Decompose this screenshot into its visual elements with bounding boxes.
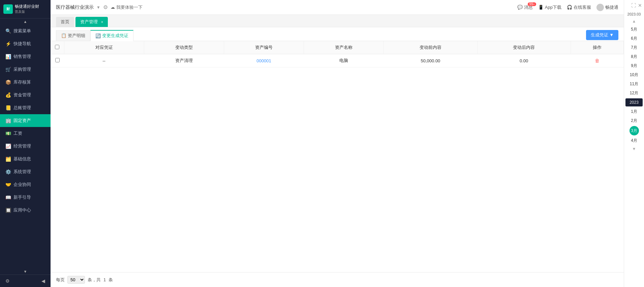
tab-asset-mgmt[interactable]: 资产管理 ×	[75, 17, 108, 27]
sidebar-item-system[interactable]: ⚙️ 系统管理	[0, 165, 51, 178]
main-area: 医疗器械行业演示 ▼ ⚙ ☁ 我要体验一下 💬 消息 99+ 📱 App下载 🎧…	[51, 0, 624, 287]
tab-home[interactable]: 首页	[56, 17, 74, 27]
quicknav-icon: ⚡	[5, 41, 11, 46]
sidebar-item-sales-label: 销售管理	[13, 54, 31, 60]
row-asset-code: 000001	[224, 54, 304, 67]
month-3-active[interactable]: 3月	[630, 126, 639, 135]
messages-button[interactable]: 💬 消息 99+	[517, 4, 533, 10]
messages-icon: 💬	[517, 5, 523, 10]
table-header-asset-name: 资产名称	[304, 41, 384, 54]
month-5[interactable]: 5月	[624, 25, 644, 34]
table-header-voucher: 对应凭证	[64, 41, 144, 54]
row-voucher: --	[64, 54, 144, 67]
sidebar-item-fixed-assets[interactable]: 🏢 固定资产	[0, 114, 51, 127]
sidebar-item-operations-label: 经营管理	[13, 143, 31, 149]
month-9[interactable]: 9月	[624, 61, 644, 70]
sidebar-item-capital[interactable]: 💰 资金管理	[0, 89, 51, 101]
user-button[interactable]: 畅捷通	[596, 4, 618, 11]
sidebar-item-purchase[interactable]: 🛒 采购管理	[0, 63, 51, 76]
sidebar-item-inventory-label: 库存核算	[13, 79, 31, 85]
guide-icon: 📖	[5, 195, 11, 200]
sub-tab-asset-detail[interactable]: 📋 资产明细	[56, 30, 90, 41]
sidebar-item-app-center[interactable]: 🔲 应用中心	[0, 204, 51, 217]
logo-sub: 普及版	[15, 9, 39, 14]
capital-icon: 💰	[5, 92, 11, 98]
app-download-icon: 📱	[538, 5, 544, 10]
panel-nav-down[interactable]: ▼	[624, 145, 644, 153]
sidebar-item-operations[interactable]: 📈 经营管理	[0, 140, 51, 153]
sidebar-item-ledger[interactable]: 📒 总账管理	[0, 101, 51, 114]
tab-asset-mgmt-label: 资产管理	[80, 19, 98, 24]
sidebar-item-enterprise[interactable]: 🤝 企业协同	[0, 178, 51, 191]
footer-total: 1	[103, 277, 106, 282]
month-11[interactable]: 11月	[624, 79, 644, 89]
right-panel-expand-icon[interactable]: ⛶	[631, 3, 636, 8]
tab-asset-mgmt-close[interactable]: ×	[101, 20, 103, 24]
header-settings-icon[interactable]: ⚙	[103, 4, 108, 10]
header-right: 💬 消息 99+ 📱 App下载 🎧 在线客服 畅捷通	[517, 4, 618, 11]
support-icon: 🎧	[567, 5, 572, 10]
logo-name: 畅捷通好业财	[15, 4, 39, 9]
logo-text-block: 畅捷通好业财 普及版	[15, 4, 39, 14]
sidebar-item-guide[interactable]: 📖 新手引导	[0, 191, 51, 204]
header-dropdown-icon[interactable]: ▼	[96, 5, 100, 10]
header-title: 医疗器械行业演示	[56, 4, 94, 10]
month-2[interactable]: 2月	[624, 116, 644, 125]
sidebar-item-search[interactable]: 🔍 搜索菜单	[0, 25, 51, 37]
table-header-row: 对应凭证 变动类型 资产编号 资产名称 变动前内容 变动后内容 操作	[51, 41, 624, 54]
generate-voucher-button[interactable]: 生成凭证 ▼	[586, 30, 618, 40]
logo-icon: 财	[3, 4, 13, 14]
right-panel: ⛶ ✕ 2023.03 ▲ 5月 6月 7月 8月 9月 10月 11月 12月…	[624, 0, 644, 287]
sidebar-item-salary[interactable]: 💵 工资	[0, 127, 51, 140]
inventory-icon: 📦	[5, 79, 11, 85]
asset-detail-icon: 📋	[61, 33, 66, 38]
sidebar-settings-icon[interactable]: ⚙	[5, 278, 10, 284]
sidebar-item-fixed-assets-label: 固定资产	[13, 118, 31, 124]
month-1[interactable]: 1月	[624, 107, 644, 116]
basic-info-icon: 🗂️	[5, 156, 11, 162]
tab-home-label: 首页	[61, 19, 69, 24]
panel-nav-up[interactable]: ▲	[624, 18, 644, 25]
app-download-button[interactable]: 📱 App下载	[538, 4, 561, 10]
month-4[interactable]: 4月	[624, 136, 644, 145]
month-7[interactable]: 7月	[624, 43, 644, 52]
sidebar-item-purchase-label: 采购管理	[13, 66, 31, 72]
row-change-type: 资产清理	[144, 54, 224, 67]
row-after-change: 0.00	[477, 54, 571, 67]
experience-button[interactable]: ☁ 我要体验一下	[111, 4, 143, 10]
content-area: 📋 资产明细 🔄 变更生成凭证 生成凭证 ▼ 对应凭证 变动类型	[51, 27, 624, 287]
month-6[interactable]: 6月	[624, 34, 644, 43]
per-page-select[interactable]: 50 10 20 100	[67, 276, 85, 284]
month-8[interactable]: 8月	[624, 52, 644, 61]
sidebar-item-guide-label: 新手引导	[13, 194, 31, 200]
table-header-change-type: 变动类型	[144, 41, 224, 54]
right-panel-header: ⛶ ✕	[624, 0, 644, 11]
sidebar-item-search-label: 搜索菜单	[13, 28, 31, 34]
operations-icon: 📈	[5, 144, 11, 149]
sub-tab-change-voucher[interactable]: 🔄 变更生成凭证	[90, 30, 133, 41]
sidebar-item-basic-info[interactable]: 🗂️ 基础信息	[0, 153, 51, 165]
fixed-assets-icon: 🏢	[5, 118, 11, 123]
row-checkbox[interactable]	[55, 58, 60, 62]
sidebar-collapse-icon[interactable]: ◀	[41, 278, 45, 284]
delete-row-button[interactable]: 🗑	[595, 58, 600, 63]
sidebar-scroll-down[interactable]: ▼	[0, 268, 51, 275]
month-10[interactable]: 10月	[624, 70, 644, 79]
sidebar-item-quick-nav[interactable]: ⚡ 快捷导航	[0, 37, 51, 50]
app-download-label: App下载	[545, 4, 561, 10]
table-wrap: 对应凭证 变动类型 资产编号 资产名称 变动前内容 变动后内容 操作	[51, 41, 624, 272]
sidebar-item-sales[interactable]: 📊 销售管理	[0, 50, 51, 63]
system-icon: ⚙️	[5, 169, 11, 174]
select-all-checkbox[interactable]	[55, 45, 59, 49]
right-panel-close-icon[interactable]: ✕	[638, 3, 642, 8]
experience-cloud-icon: ☁	[111, 5, 115, 10]
purchase-icon: 🛒	[5, 67, 11, 72]
support-button[interactable]: 🎧 在线客服	[567, 4, 591, 10]
month-12[interactable]: 12月	[624, 89, 644, 98]
year-current-label: 2023.03	[624, 11, 644, 18]
sidebar-item-inventory[interactable]: 📦 库存核算	[0, 76, 51, 89]
user-label: 畅捷通	[605, 4, 618, 10]
footer-total-unit: 条	[109, 277, 113, 283]
messages-badge: 99+	[528, 2, 536, 6]
sidebar-scroll-up[interactable]: ▲	[0, 19, 51, 25]
